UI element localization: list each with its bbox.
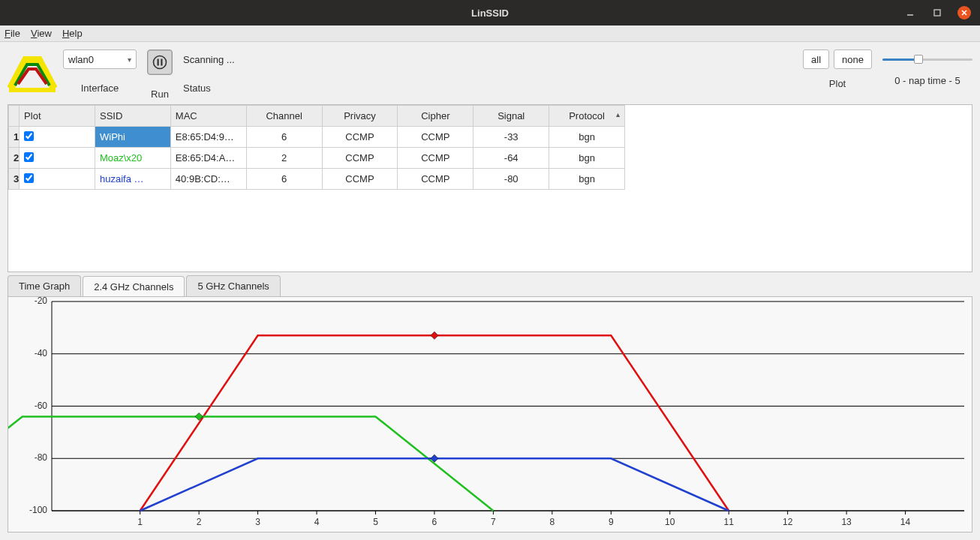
run-pause-button[interactable]	[147, 50, 173, 75]
row-cipher: CCMP	[398, 148, 473, 169]
run-label: Run	[151, 88, 169, 100]
status-label: Status	[183, 82, 211, 94]
col-mac-header[interactable]: MAC	[170, 106, 246, 127]
col-channel-header[interactable]: Channel	[246, 106, 322, 127]
networks-table: Plot SSID MAC Channel Privacy Cipher Sig…	[8, 104, 972, 272]
col-index-header[interactable]	[9, 106, 20, 127]
row-mac: E8:65:D4:9…	[170, 127, 246, 148]
col-protocol-header[interactable]: Protocol	[549, 106, 625, 127]
col-signal-header[interactable]: Signal	[473, 106, 549, 127]
menu-file[interactable]: File	[5, 28, 20, 39]
row-cipher: CCMP	[398, 169, 473, 190]
row-ssid: WiPhi	[95, 127, 170, 148]
app-logo-icon	[8, 50, 57, 93]
interface-label: Interface	[81, 82, 119, 94]
row-mac: 40:9B:CD:…	[170, 169, 246, 190]
y-tick-label: -40	[17, 348, 47, 358]
table-row[interactable]: 2Moaz\x20E8:65:D4:A…2CCMPCCMP-64bgn	[9, 148, 625, 169]
status-text: Scanning ...	[183, 50, 235, 69]
row-plot-checkbox-cell	[20, 127, 95, 148]
close-button[interactable]	[957, 6, 971, 20]
nap-time-label: 0 - nap time - 5	[894, 75, 960, 86]
svg-rect-7	[161, 59, 162, 66]
tab-time-graph[interactable]: Time Graph	[8, 275, 81, 296]
row-ssid: Moaz\x20	[95, 148, 170, 169]
col-cipher-header[interactable]: Cipher	[398, 106, 473, 127]
x-tick-label: 12	[779, 517, 797, 527]
col-privacy-header[interactable]: Privacy	[322, 106, 398, 127]
row-channel: 6	[246, 169, 322, 190]
chart-series	[140, 335, 729, 511]
row-index: 1	[9, 127, 20, 148]
svg-rect-6	[158, 59, 159, 66]
table-row[interactable]: 3huzaifa …40:9B:CD:…6CCMPCCMP-80bgn	[9, 169, 625, 190]
row-plot-checkbox-cell	[20, 148, 95, 169]
plot-tabs: Time Graph 2.4 GHz Channels 5 GHz Channe…	[8, 275, 972, 532]
chart-marker	[431, 332, 438, 339]
x-tick-label: 6	[425, 517, 443, 527]
col-plot-header[interactable]: Plot	[20, 106, 95, 127]
chart-area: -20-40-60-80-1001234567891011121314	[8, 296, 972, 532]
x-tick-label: 9	[602, 517, 620, 527]
x-tick-label: 10	[661, 517, 679, 527]
table-row[interactable]: 1WiPhiE8:65:D4:9…6CCMPCCMP-33bgn	[9, 127, 625, 148]
plot-checkbox[interactable]	[24, 173, 34, 183]
row-ssid: huzaifa …	[95, 169, 170, 190]
plot-all-button[interactable]: all	[803, 50, 829, 69]
x-tick-label: 7	[484, 517, 502, 527]
minimize-button[interactable]	[903, 6, 917, 20]
x-tick-label: 14	[897, 517, 915, 527]
row-index: 3	[9, 169, 20, 190]
row-privacy: CCMP	[322, 148, 398, 169]
pause-icon	[152, 55, 167, 70]
y-tick-label: -100	[17, 505, 47, 515]
row-privacy: CCMP	[322, 127, 398, 148]
maximize-button[interactable]	[930, 6, 944, 20]
window-title: LinSSID	[471, 8, 509, 19]
row-signal: -64	[473, 148, 549, 169]
row-plot-checkbox-cell	[20, 169, 95, 190]
y-tick-label: -60	[17, 400, 47, 411]
chevron-down-icon: ▾	[128, 56, 131, 64]
interface-select[interactable]: wlan0 ▾	[63, 50, 137, 69]
y-tick-label: -20	[17, 296, 47, 306]
x-tick-label: 5	[366, 517, 384, 527]
x-tick-label: 13	[837, 517, 855, 527]
row-channel: 2	[246, 148, 322, 169]
nap-time-slider[interactable]	[882, 52, 972, 66]
chart-series	[8, 416, 493, 511]
menu-view[interactable]: View	[31, 28, 52, 39]
menubar: File View Help	[0, 26, 980, 42]
toolbar: wlan0 ▾ Interface Run Scanning ... Statu…	[0, 42, 980, 104]
row-mac: E8:65:D4:A…	[170, 148, 246, 169]
row-protocol: bgn	[549, 169, 625, 190]
row-signal: -33	[473, 127, 549, 148]
x-tick-label: 4	[308, 517, 326, 527]
row-signal: -80	[473, 169, 549, 190]
x-tick-label: 3	[249, 517, 267, 527]
row-channel: 6	[246, 127, 322, 148]
y-tick-label: -80	[17, 452, 47, 463]
x-tick-label: 8	[543, 517, 561, 527]
menu-help[interactable]: Help	[62, 28, 83, 39]
x-tick-label: 11	[720, 517, 738, 527]
plot-checkbox[interactable]	[24, 152, 34, 162]
titlebar: LinSSID	[0, 0, 980, 26]
plot-label: Plot	[829, 78, 846, 89]
chart-series	[140, 458, 729, 511]
row-protocol: bgn	[549, 127, 625, 148]
row-cipher: CCMP	[398, 127, 473, 148]
x-tick-label: 2	[190, 517, 208, 527]
svg-rect-1	[934, 10, 940, 16]
row-protocol: bgn	[549, 148, 625, 169]
x-tick-label: 1	[131, 517, 149, 527]
plot-checkbox[interactable]	[24, 131, 34, 141]
col-ssid-header[interactable]: SSID	[95, 106, 170, 127]
row-index: 2	[9, 148, 20, 169]
tab-24ghz[interactable]: 2.4 GHz Channels	[83, 276, 185, 297]
tab-5ghz[interactable]: 5 GHz Channels	[186, 275, 280, 296]
interface-value: wlan0	[68, 54, 94, 65]
svg-point-5	[154, 56, 167, 69]
plot-none-button[interactable]: none	[834, 50, 872, 69]
row-privacy: CCMP	[322, 169, 398, 190]
